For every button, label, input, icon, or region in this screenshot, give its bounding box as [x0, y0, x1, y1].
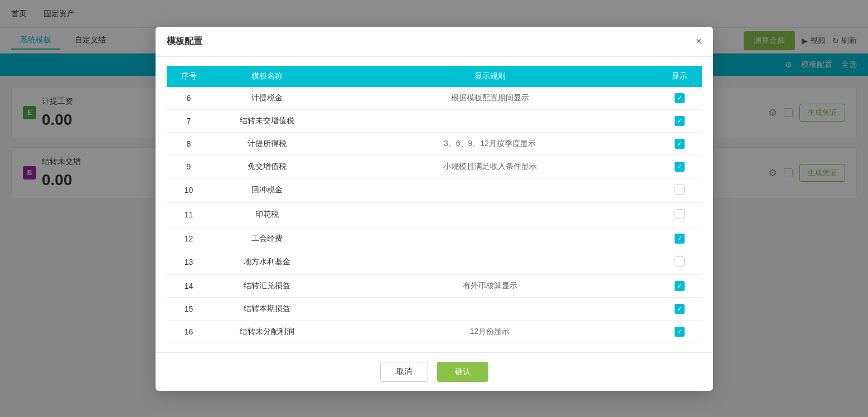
row-rule: 小规模且满足收入条件显示 [323, 155, 657, 178]
table-row: 7结转未交增值税✓ [167, 109, 702, 132]
cancel-button[interactable]: 取消 [380, 362, 428, 382]
row-rule: 根据模板配置期间显示 [323, 87, 657, 110]
checkbox-checked[interactable]: ✓ [675, 234, 685, 244]
row-id: 13 [167, 250, 211, 274]
table-row: 10回冲税金 [167, 178, 702, 202]
table-row: 12工会经费✓ [167, 227, 702, 250]
table-row: 15结转本期损益✓ [167, 297, 702, 320]
row-name: 工会经费 [211, 227, 323, 250]
row-checkbox-cell [657, 178, 702, 202]
row-id: 14 [167, 274, 211, 297]
row-name: 计提所得税 [211, 132, 323, 155]
row-name: 免交增值税 [211, 155, 323, 178]
modal-overlay: 模板配置 × 序号 模板名称 显示规则 显示 6计提税金根据模板配置期间显示✓7… [0, 0, 868, 417]
table-body: 6计提税金根据模板配置期间显示✓7结转未交增值税✓8计提所得税3、6、9、12月… [167, 87, 702, 343]
row-checkbox-cell: ✓ [657, 227, 702, 250]
table-row: 11印花税 [167, 202, 702, 227]
checkbox-checked[interactable]: ✓ [675, 304, 685, 314]
col-header-name: 模板名称 [211, 66, 323, 87]
row-rule [323, 250, 657, 274]
table-row: 6计提税金根据模板配置期间显示✓ [167, 87, 702, 110]
row-id: 7 [167, 109, 211, 132]
col-header-rule: 显示规则 [323, 66, 657, 87]
row-id: 10 [167, 178, 211, 202]
row-id: 8 [167, 132, 211, 155]
modal-title: 模板配置 [167, 36, 202, 47]
checkbox-checked[interactable]: ✓ [675, 162, 685, 172]
modal-body: 序号 模板名称 显示规则 显示 6计提税金根据模板配置期间显示✓7结转未交增值税… [156, 57, 713, 352]
row-id: 16 [167, 320, 211, 343]
table-row: 14结转汇兑损益有外币核算显示✓ [167, 274, 702, 297]
table-row: 13地方水利基金 [167, 250, 702, 274]
checkbox-unchecked[interactable] [675, 185, 685, 195]
row-checkbox-cell: ✓ [657, 297, 702, 320]
checkbox-checked[interactable]: ✓ [675, 281, 685, 291]
row-checkbox-cell: ✓ [657, 155, 702, 178]
row-rule [323, 297, 657, 320]
row-name: 结转汇兑损益 [211, 274, 323, 297]
row-name: 回冲税金 [211, 178, 323, 202]
row-name: 结转未分配利润 [211, 320, 323, 343]
row-rule [323, 202, 657, 227]
modal-close-button[interactable]: × [696, 36, 702, 46]
row-id: 15 [167, 297, 211, 320]
row-id: 9 [167, 155, 211, 178]
checkbox-checked[interactable]: ✓ [675, 93, 685, 103]
row-checkbox-cell [657, 250, 702, 274]
row-checkbox-cell: ✓ [657, 274, 702, 297]
row-name: 结转未交增值税 [211, 109, 323, 132]
confirm-button[interactable]: 确认 [437, 362, 488, 382]
row-rule [323, 109, 657, 132]
row-id: 12 [167, 227, 211, 250]
checkbox-unchecked[interactable] [675, 256, 685, 266]
row-id: 6 [167, 87, 211, 110]
modal-template-config: 模板配置 × 序号 模板名称 显示规则 显示 6计提税金根据模板配置期间显示✓7… [156, 27, 713, 391]
table-head: 序号 模板名称 显示规则 显示 [167, 66, 702, 87]
row-checkbox-cell [657, 202, 702, 227]
table-row: 8计提所得税3、6、9、12月按季度显示✓ [167, 132, 702, 155]
table-row: 16结转未分配利润12月份显示✓ [167, 320, 702, 343]
row-checkbox-cell: ✓ [657, 320, 702, 343]
row-checkbox-cell: ✓ [657, 132, 702, 155]
checkbox-unchecked[interactable] [675, 209, 685, 219]
modal-header: 模板配置 × [156, 27, 713, 57]
table-row: 9免交增值税小规模且满足收入条件显示✓ [167, 155, 702, 178]
row-rule: 3、6、9、12月按季度显示 [323, 132, 657, 155]
checkbox-checked[interactable]: ✓ [675, 116, 685, 126]
row-name: 计提税金 [211, 87, 323, 110]
row-checkbox-cell: ✓ [657, 87, 702, 110]
modal-footer: 取消 确认 [156, 352, 713, 391]
row-rule [323, 178, 657, 202]
row-rule: 12月份显示 [323, 320, 657, 343]
config-table: 序号 模板名称 显示规则 显示 6计提税金根据模板配置期间显示✓7结转未交增值税… [167, 66, 702, 343]
col-header-index: 序号 [167, 66, 211, 87]
row-name: 印花税 [211, 202, 323, 227]
row-name: 结转本期损益 [211, 297, 323, 320]
checkbox-checked[interactable]: ✓ [675, 139, 685, 149]
table-scroll[interactable]: 序号 模板名称 显示规则 显示 6计提税金根据模板配置期间显示✓7结转未交增值税… [167, 66, 702, 343]
row-checkbox-cell: ✓ [657, 109, 702, 132]
row-id: 11 [167, 202, 211, 227]
row-rule: 有外币核算显示 [323, 274, 657, 297]
row-name: 地方水利基金 [211, 250, 323, 274]
row-rule [323, 227, 657, 250]
checkbox-checked[interactable]: ✓ [675, 327, 685, 337]
col-header-display: 显示 [657, 66, 702, 87]
